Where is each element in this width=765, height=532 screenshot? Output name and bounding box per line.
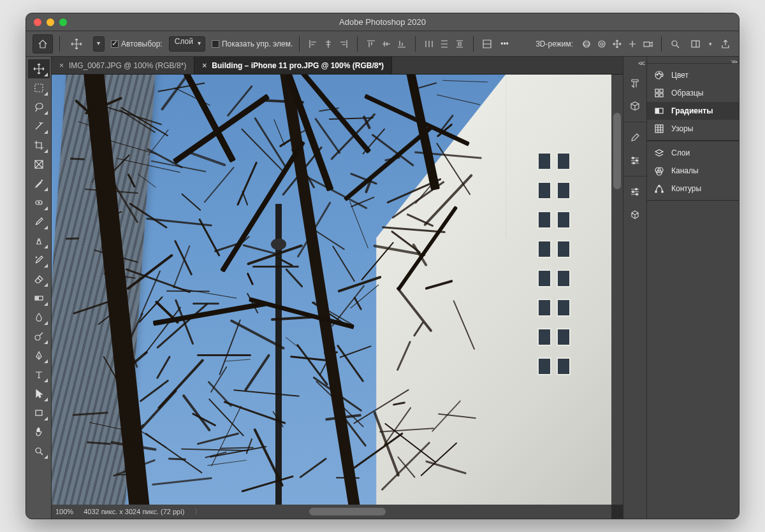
layers-panel-tab[interactable]: Слои: [647, 144, 739, 162]
panel-label: Градиенты: [671, 106, 713, 115]
chevron-right-icon[interactable]: 〉: [194, 507, 201, 517]
expand-panels-button[interactable]: <<: [638, 59, 644, 66]
canvas[interactable]: 100% 4032 пикс. x 3024 пикс. (72 ppi) 〉: [52, 75, 623, 519]
document-tab[interactable]: × IMG_0067.JPG @ 100% (RGB/8*): [52, 57, 194, 74]
zoom-tool[interactable]: [28, 442, 50, 461]
svg-point-15: [632, 157, 634, 159]
rectangle-tool[interactable]: [28, 403, 50, 422]
hand-tool[interactable]: [28, 422, 50, 442]
libraries-panel-button[interactable]: [627, 99, 643, 114]
dodge-tool[interactable]: [28, 327, 50, 346]
paths-panel-tab[interactable]: Контуры: [647, 180, 739, 198]
auto-select-label: Автовыбор:: [121, 40, 163, 48]
3d-panel-button[interactable]: [627, 207, 643, 222]
svg-point-23: [660, 74, 662, 75]
align-to-button[interactable]: [480, 37, 494, 51]
align-bottom-button[interactable]: [395, 37, 409, 51]
slide-3d-button[interactable]: [625, 37, 639, 51]
more-options-button[interactable]: •••: [500, 40, 509, 48]
scrollbar-thumb[interactable]: [309, 508, 386, 515]
clone-stamp-tool[interactable]: [28, 231, 50, 250]
magic-wand-tool[interactable]: [28, 117, 50, 136]
close-tab-icon[interactable]: ×: [59, 61, 64, 70]
align-left-button[interactable]: [306, 37, 320, 51]
svg-rect-30: [655, 125, 663, 133]
zoom-level[interactable]: 100%: [55, 508, 73, 515]
crop-tool[interactable]: [28, 136, 50, 155]
align-right-button[interactable]: [337, 37, 351, 51]
svg-point-20: [636, 194, 638, 196]
align-center-v-button[interactable]: [379, 37, 393, 51]
marquee-tool[interactable]: [28, 78, 50, 97]
tool-preset-dropdown[interactable]: [93, 36, 105, 52]
align-bottom-icon: [397, 39, 407, 49]
distribute-v-button[interactable]: [437, 37, 451, 51]
search-button[interactable]: [668, 37, 682, 51]
frame-tool[interactable]: [28, 155, 50, 174]
home-button[interactable]: [33, 34, 53, 54]
close-tab-icon[interactable]: ×: [202, 61, 207, 70]
image-background: [376, 75, 611, 505]
distribute-h-button[interactable]: [422, 37, 436, 51]
document-dimensions[interactable]: 4032 пикс. x 3024 пикс. (72 ppi): [84, 508, 184, 515]
lasso-tool[interactable]: [28, 97, 50, 117]
align-top-button[interactable]: [364, 37, 378, 51]
workspace-button[interactable]: [688, 37, 703, 51]
zoom-window-button[interactable]: [59, 18, 67, 26]
window-controls: [34, 18, 67, 26]
history-brush-tool[interactable]: [28, 250, 50, 270]
align-to-group: [480, 37, 494, 51]
camera-icon: [643, 39, 653, 49]
distribute-spacing-button[interactable]: [453, 37, 467, 51]
close-window-button[interactable]: [34, 18, 41, 26]
show-transform-controls-checkbox[interactable]: Показать упр. элем.: [212, 40, 293, 48]
pen-tool[interactable]: [28, 346, 50, 365]
swatches-icon: [653, 87, 665, 99]
type-tool[interactable]: [28, 365, 50, 384]
eraser-tool[interactable]: [28, 270, 50, 289]
align-top-icon: [366, 39, 376, 49]
panel-label: Цвет: [671, 71, 688, 80]
roll-3d-button[interactable]: [595, 37, 609, 51]
path-selection-tool[interactable]: [28, 384, 50, 403]
orbit-3d-button[interactable]: [579, 37, 594, 51]
collapse-panels-button[interactable]: >>: [731, 58, 736, 62]
gradient-tool[interactable]: [28, 289, 50, 308]
align-center-h-icon: [323, 39, 333, 49]
swatches-panel-tab[interactable]: Образцы: [647, 84, 739, 102]
pan-3d-button[interactable]: [610, 37, 624, 51]
brush-tool[interactable]: [28, 212, 50, 231]
brush-settings-button[interactable]: [627, 153, 643, 168]
panel-label: Образцы: [671, 89, 703, 97]
share-button[interactable]: [718, 37, 732, 51]
patterns-panel-tab[interactable]: Узоры: [647, 120, 739, 138]
adjustments-panel-button[interactable]: [627, 184, 643, 199]
vertical-scrollbar[interactable]: [611, 75, 623, 505]
distribute-v-icon: [439, 39, 449, 49]
auto-select-target-dropdown[interactable]: Слой: [169, 36, 205, 52]
move-tool-indicator[interactable]: [66, 34, 87, 54]
gradients-panel-tab[interactable]: Градиенты: [647, 102, 739, 120]
orbit-icon: [581, 39, 592, 49]
move-icon: [71, 38, 82, 50]
history-panel-button[interactable]: [627, 76, 643, 91]
panel-label: Каналы: [671, 166, 699, 175]
auto-select-checkbox[interactable]: Автовыбор:: [111, 40, 163, 48]
scale-3d-button[interactable]: [641, 37, 655, 51]
gradient-icon: [653, 105, 665, 117]
titlebar: Adobe Photoshop 2020: [26, 13, 739, 31]
move-tool[interactable]: [28, 59, 50, 78]
document-tab[interactable]: × Building – iPhone 11 pro.JPG @ 100% (R…: [194, 57, 392, 74]
minimize-window-button[interactable]: [47, 18, 54, 26]
healing-brush-tool[interactable]: [28, 193, 50, 212]
channels-panel-tab[interactable]: Каналы: [647, 162, 739, 180]
eyedropper-tool[interactable]: [28, 174, 50, 193]
scrollbar-thumb[interactable]: [613, 113, 621, 189]
svg-rect-35: [662, 191, 663, 192]
color-panel-tab[interactable]: Цвет: [647, 66, 739, 84]
align-center-h-button[interactable]: [321, 37, 335, 51]
properties-panel-button[interactable]: [627, 130, 643, 145]
svg-point-2: [599, 41, 605, 47]
blur-tool[interactable]: [28, 308, 50, 327]
svg-rect-25: [660, 89, 663, 92]
